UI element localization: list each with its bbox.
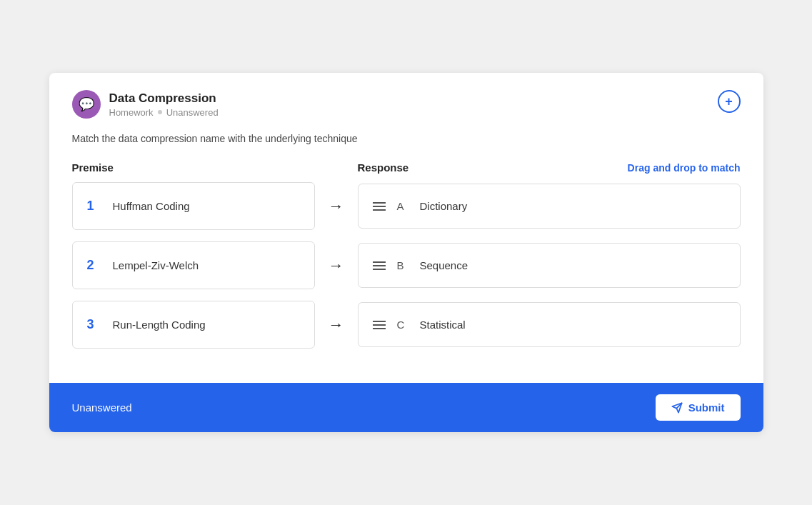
submit-label: Submit bbox=[688, 401, 725, 414]
response-box-3[interactable]: C Statistical bbox=[358, 302, 741, 347]
response-column-header: Response bbox=[358, 161, 628, 174]
meta-status: Unanswered bbox=[166, 107, 219, 118]
premise-text-1: Huffman Coding bbox=[113, 200, 190, 212]
response-text-2: Sequence bbox=[420, 259, 468, 271]
instruction-text: Match the data compression name with the… bbox=[72, 133, 741, 144]
premise-text-2: Lempel-Ziv-Welch bbox=[113, 259, 199, 271]
footer: Unanswered Submit bbox=[49, 383, 763, 432]
drag-handle-1 bbox=[373, 202, 386, 211]
premise-box-3[interactable]: 3 Run-Length Coding bbox=[72, 301, 315, 349]
response-text-1: Dictionary bbox=[420, 200, 468, 212]
premise-number-3: 3 bbox=[87, 317, 101, 332]
header-meta: Homework Unanswered bbox=[109, 107, 219, 118]
avatar-icon: 💬 bbox=[79, 96, 94, 112]
response-text-3: Statistical bbox=[420, 319, 466, 331]
add-icon: + bbox=[725, 94, 733, 109]
premise-number-1: 1 bbox=[87, 199, 101, 214]
header: 💬 Data Compression Homework Unanswered + bbox=[72, 90, 741, 119]
columns-header: Premise Response Drag and drop to match bbox=[72, 161, 741, 174]
add-button[interactable]: + bbox=[718, 90, 741, 113]
avatar: 💬 bbox=[72, 90, 101, 119]
dragdrop-label: Drag and drop to match bbox=[628, 162, 741, 174]
premise-column-header: Premise bbox=[72, 161, 315, 174]
drag-handle-2 bbox=[373, 261, 386, 270]
response-box-1[interactable]: A Dictionary bbox=[358, 184, 741, 229]
premise-box-1[interactable]: 1 Huffman Coding bbox=[72, 182, 315, 230]
assignment-title: Data Compression bbox=[109, 91, 219, 106]
response-letter-2: B bbox=[397, 259, 408, 271]
header-left: 💬 Data Compression Homework Unanswered bbox=[72, 90, 219, 119]
response-letter-1: A bbox=[397, 200, 408, 212]
premise-number-2: 2 bbox=[87, 258, 101, 273]
header-info: Data Compression Homework Unanswered bbox=[109, 91, 219, 118]
main-card: 💬 Data Compression Homework Unanswered +… bbox=[49, 73, 763, 432]
meta-type: Homework bbox=[109, 107, 154, 118]
submit-icon bbox=[671, 402, 683, 414]
premise-text-3: Run-Length Coding bbox=[113, 319, 206, 331]
arrow-1: → bbox=[315, 197, 358, 216]
meta-dot bbox=[158, 110, 162, 114]
drag-handle-3 bbox=[373, 321, 386, 329]
response-box-2[interactable]: B Sequence bbox=[358, 243, 741, 288]
matching-row-2: 2 Lempel-Ziv-Welch → B Sequence bbox=[72, 241, 741, 289]
matching-row-1: 1 Huffman Coding → A Dictionary bbox=[72, 182, 741, 230]
arrow-3: → bbox=[315, 316, 358, 334]
premise-box-2[interactable]: 2 Lempel-Ziv-Welch bbox=[72, 241, 315, 289]
footer-status: Unanswered bbox=[72, 401, 132, 414]
arrow-2: → bbox=[315, 256, 358, 275]
response-letter-3: C bbox=[397, 319, 408, 331]
matching-row-3: 3 Run-Length Coding → C Statistical bbox=[72, 301, 741, 349]
card-body: 💬 Data Compression Homework Unanswered +… bbox=[49, 73, 763, 383]
submit-button[interactable]: Submit bbox=[656, 394, 741, 421]
